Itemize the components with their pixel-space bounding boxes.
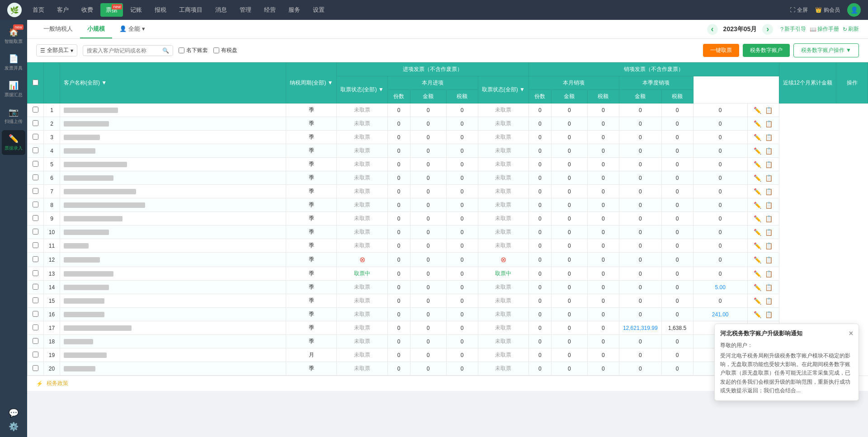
digital-account-button[interactable]: 税务数字账户 <box>743 44 790 57</box>
settings-icon[interactable]: ⚙️ <box>9 422 19 432</box>
sub-account-checkbox[interactable] <box>179 47 184 53</box>
row-client-name[interactable] <box>60 294 286 308</box>
copy-icon[interactable]: 📋 <box>765 120 773 127</box>
edit-icon[interactable]: ✏️ <box>754 284 761 291</box>
search-input[interactable] <box>87 47 162 54</box>
row-checkbox[interactable] <box>33 352 38 357</box>
edit-icon[interactable]: ✏️ <box>754 229 761 236</box>
sidebar-item-invoice-issue[interactable]: 📄 发票开具 <box>2 50 25 75</box>
row-checkbox[interactable] <box>33 215 38 221</box>
row-client-name[interactable] <box>60 171 286 185</box>
edit-icon[interactable]: ✏️ <box>754 215 761 222</box>
nav-fee[interactable]: 收费 <box>76 3 99 17</box>
sidebar-item-invoice-summary[interactable]: 📊 票据汇总 <box>2 77 25 102</box>
nav-manage[interactable]: 管理 <box>234 3 257 17</box>
copy-icon[interactable]: 📋 <box>765 284 773 291</box>
edit-icon[interactable]: ✏️ <box>754 256 761 263</box>
nav-tax[interactable]: 报税 <box>149 3 172 17</box>
copy-icon[interactable]: 📋 <box>765 147 773 155</box>
one-click-button[interactable]: 一键取票 <box>703 44 739 57</box>
notification-close-button[interactable]: × <box>849 329 853 338</box>
row-checkbox[interactable] <box>33 297 38 303</box>
edit-icon[interactable]: ✏️ <box>754 107 761 114</box>
copy-icon[interactable]: 📋 <box>765 202 773 209</box>
row-client-name[interactable] <box>60 226 286 239</box>
row-checkbox[interactable] <box>33 147 38 153</box>
row-checkbox[interactable] <box>33 311 38 317</box>
manual-button[interactable]: 📖 操作手册 <box>810 25 839 33</box>
copy-icon[interactable]: 📋 <box>765 297 773 305</box>
row-client-name[interactable] <box>60 281 286 294</box>
row-checkbox[interactable] <box>33 134 38 140</box>
header-name[interactable]: 客户名称(全部) ▼ <box>60 63 286 103</box>
nav-service[interactable]: 服务 <box>283 3 306 17</box>
row-client-name[interactable] <box>60 185 286 198</box>
edit-icon[interactable]: ✏️ <box>754 147 761 155</box>
user-avatar[interactable]: 👤 <box>847 3 861 17</box>
nav-customer[interactable]: 客户 <box>52 3 74 17</box>
nav-message[interactable]: 消息 <box>210 3 232 17</box>
period-next-button[interactable]: › <box>762 24 773 35</box>
copy-icon[interactable]: 📋 <box>765 256 773 263</box>
chat-icon[interactable]: 💬 <box>9 408 19 418</box>
row-client-name[interactable] <box>60 131 286 144</box>
copy-icon[interactable]: 📋 <box>765 161 773 168</box>
row-client-name[interactable] <box>60 335 286 348</box>
period-prev-button[interactable]: ‹ <box>707 24 718 35</box>
edit-icon[interactable]: ✏️ <box>754 202 761 209</box>
row-checkbox[interactable] <box>33 202 38 207</box>
edit-icon[interactable]: ✏️ <box>754 311 761 318</box>
nav-bookkeeping[interactable]: 记账 <box>125 3 147 17</box>
edit-icon[interactable]: ✏️ <box>754 242 761 249</box>
copy-icon[interactable]: 📋 <box>765 242 773 249</box>
row-checkbox[interactable] <box>33 324 38 330</box>
row-checkbox[interactable] <box>33 338 38 344</box>
row-checkbox[interactable] <box>33 284 38 290</box>
digital-account-ops-button[interactable]: 税务数字账户操作 ▼ <box>793 43 859 57</box>
row-checkbox[interactable] <box>33 188 38 194</box>
row-checkbox[interactable] <box>33 229 38 235</box>
employee-filter[interactable]: ☰ 全部员工 ▾ <box>36 44 77 56</box>
sub-account-checkbox-label[interactable]: 名下账套 <box>179 47 208 54</box>
search-box[interactable]: 🔍 <box>83 45 173 56</box>
row-checkbox[interactable] <box>33 161 38 167</box>
nav-invoice[interactable]: 票据 new <box>100 3 123 17</box>
edit-icon[interactable]: ✏️ <box>754 134 761 141</box>
nav-home[interactable]: 首页 <box>27 3 50 17</box>
copy-icon[interactable]: 📋 <box>765 229 773 236</box>
row-client-name[interactable] <box>60 212 286 226</box>
refresh-button[interactable]: ↻ 刷新 <box>843 25 859 33</box>
row-client-name[interactable] <box>60 117 286 131</box>
row-checkbox[interactable] <box>33 107 38 113</box>
row-client-name[interactable] <box>60 348 286 362</box>
row-client-name[interactable] <box>60 308 286 321</box>
row-client-name[interactable] <box>60 362 286 376</box>
edit-icon[interactable]: ✏️ <box>754 297 761 305</box>
row-client-name[interactable] <box>60 158 286 171</box>
nav-business[interactable]: 工商项目 <box>174 3 208 17</box>
fullscreen-button[interactable]: ⛶ 全屏 <box>790 6 808 14</box>
copy-icon[interactable]: 📋 <box>765 174 773 182</box>
nav-operation[interactable]: 经营 <box>259 3 281 17</box>
select-all-checkbox[interactable] <box>33 80 38 85</box>
tab-general-taxpayer[interactable]: 一般纳税人 <box>36 20 80 38</box>
row-checkbox[interactable] <box>33 174 38 180</box>
vip-button[interactable]: 👑 购会员 <box>815 6 840 14</box>
policy-label[interactable]: 税务政策 <box>47 380 68 387</box>
row-checkbox[interactable] <box>33 365 38 371</box>
row-client-name[interactable] <box>60 239 286 253</box>
edit-icon[interactable]: ✏️ <box>754 188 761 195</box>
copy-icon[interactable]: 📋 <box>765 107 773 114</box>
edit-icon[interactable]: ✏️ <box>754 174 761 182</box>
copy-icon[interactable]: 📋 <box>765 311 773 318</box>
row-checkbox[interactable] <box>33 120 38 126</box>
edit-icon[interactable]: ✏️ <box>754 161 761 168</box>
edit-icon[interactable]: ✏️ <box>754 270 761 277</box>
edit-icon[interactable]: ✏️ <box>754 120 761 127</box>
row-checkbox[interactable] <box>33 256 38 262</box>
row-client-name[interactable] <box>60 103 286 117</box>
row-checkbox[interactable] <box>33 270 38 276</box>
new-guide-button[interactable]: ? 新手引导 <box>780 25 806 33</box>
row-client-name[interactable] <box>60 321 286 335</box>
row-checkbox[interactable] <box>33 242 38 248</box>
